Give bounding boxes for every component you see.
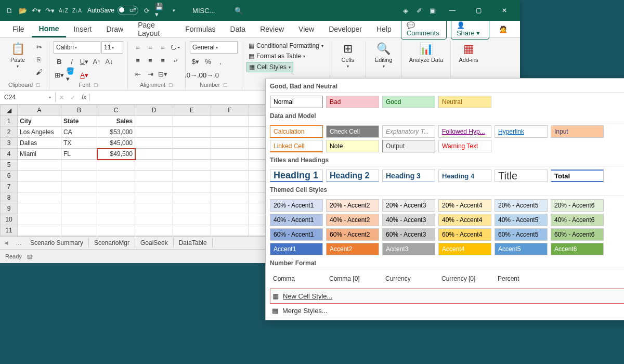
percent-icon[interactable]: % bbox=[202, 56, 214, 67]
tab-home[interactable]: Home bbox=[32, 21, 67, 37]
cell[interactable] bbox=[211, 116, 249, 127]
row-header-2[interactable]: 2 bbox=[1, 127, 18, 138]
tab-formulas[interactable]: Formulas bbox=[178, 22, 223, 36]
sheet-tab[interactable]: GoalSeek bbox=[135, 238, 174, 248]
cell-style-option[interactable]: Output bbox=[382, 140, 435, 152]
sort-za-icon[interactable]: Z↓A bbox=[72, 5, 82, 16]
cell-style-option[interactable]: 60% - Accent5 bbox=[495, 228, 548, 241]
cell[interactable]: $53,000 bbox=[97, 127, 135, 138]
row-header-8[interactable]: 8 bbox=[1, 192, 18, 203]
decrease-decimal-icon[interactable]: .00→.0 bbox=[202, 69, 214, 81]
cell[interactable] bbox=[211, 160, 249, 171]
number-dialog-icon[interactable]: ▢ bbox=[223, 82, 228, 87]
save-icon[interactable]: 💾▾ bbox=[155, 5, 165, 16]
cell-style-option[interactable]: Heading 3 bbox=[382, 170, 435, 182]
row-header-1[interactable]: 1 bbox=[1, 116, 18, 127]
row-header-9[interactable]: 9 bbox=[1, 203, 18, 214]
cell[interactable] bbox=[97, 160, 135, 171]
sheet-tab[interactable]: ScenarioMgr bbox=[89, 238, 135, 248]
cell-style-option[interactable]: Accent4 bbox=[438, 243, 491, 255]
cell[interactable]: Los Angeles bbox=[18, 127, 61, 138]
fx-button[interactable]: fx bbox=[79, 94, 90, 101]
cancel-formula-icon[interactable]: ✕ bbox=[56, 92, 67, 103]
cell-style-option[interactable]: 20% - Accent2 bbox=[326, 199, 379, 212]
cell[interactable] bbox=[61, 171, 97, 181]
shrink-font-icon[interactable]: A↓ bbox=[103, 56, 115, 67]
cell-style-option[interactable]: 20% - Accent4 bbox=[438, 199, 491, 212]
cell[interactable] bbox=[211, 203, 249, 214]
analyze-data-button[interactable]: 📊Analyze Data bbox=[406, 41, 446, 64]
cell[interactable] bbox=[211, 225, 249, 236]
cell[interactable]: City bbox=[18, 116, 61, 127]
cell-style-option[interactable]: 20% - Accent1 bbox=[270, 199, 323, 212]
open-file-icon[interactable]: 📂 bbox=[18, 5, 28, 16]
cell[interactable]: Miami bbox=[18, 149, 61, 160]
orientation-icon[interactable]: ⭮▾ bbox=[170, 41, 181, 53]
cell[interactable]: $45,000 bbox=[97, 138, 135, 149]
cell-style-option[interactable]: 40% - Accent4 bbox=[438, 214, 491, 226]
cell[interactable] bbox=[211, 214, 249, 225]
cell-style-option[interactable]: Input bbox=[551, 125, 604, 138]
cell[interactable]: CA bbox=[61, 127, 97, 138]
ribbon-mode-icon[interactable]: ▣ bbox=[427, 5, 438, 16]
refresh-icon[interactable]: ⟳ bbox=[141, 5, 152, 16]
new-file-icon[interactable]: 🗋 bbox=[4, 5, 15, 16]
cell[interactable] bbox=[211, 138, 249, 149]
sheet-tab[interactable]: DataTable bbox=[174, 238, 213, 248]
align-center-icon[interactable]: ≡ bbox=[145, 55, 156, 66]
cell-style-option[interactable]: Accent1 bbox=[270, 243, 323, 255]
cell[interactable] bbox=[173, 203, 211, 214]
cell[interactable] bbox=[97, 171, 135, 181]
cell-style-option[interactable]: Accent3 bbox=[382, 243, 435, 255]
undo-icon[interactable]: ↶▾ bbox=[31, 5, 42, 16]
cell[interactable] bbox=[135, 225, 173, 236]
cell-style-option[interactable]: Neutral bbox=[438, 96, 491, 108]
grow-font-icon[interactable]: A↑ bbox=[91, 56, 102, 67]
font-dialog-icon[interactable]: ▢ bbox=[94, 82, 98, 87]
cell-style-option[interactable]: Heading 4 bbox=[438, 170, 491, 182]
share-button[interactable]: 👤 Share ▾ bbox=[451, 19, 489, 40]
bold-button[interactable]: B bbox=[54, 56, 65, 67]
align-bottom-icon[interactable]: ≡ bbox=[157, 41, 168, 53]
italic-button[interactable]: I bbox=[66, 56, 77, 67]
cell-style-option[interactable]: 60% - Accent3 bbox=[382, 228, 435, 241]
cell-style-option[interactable]: 60% - Accent4 bbox=[438, 228, 491, 241]
cell-style-option[interactable]: 40% - Accent1 bbox=[270, 214, 323, 226]
row-header-4[interactable]: 4 bbox=[1, 149, 18, 160]
cell-style-option[interactable]: Title bbox=[495, 170, 548, 182]
align-middle-icon[interactable]: ≡ bbox=[145, 41, 156, 53]
cell[interactable] bbox=[97, 181, 135, 192]
cell-style-option[interactable]: 60% - Accent1 bbox=[270, 228, 323, 241]
maximize-button[interactable]: ▢ bbox=[467, 0, 490, 21]
cell[interactable] bbox=[18, 214, 61, 225]
wrap-text-icon[interactable]: ⤶ bbox=[170, 55, 181, 66]
cell[interactable] bbox=[211, 149, 249, 160]
cell-style-option[interactable]: Followed Hyp... bbox=[438, 125, 491, 138]
cell[interactable] bbox=[135, 116, 173, 127]
cell[interactable] bbox=[61, 203, 97, 214]
cell[interactable] bbox=[18, 225, 61, 236]
cell[interactable] bbox=[61, 181, 97, 192]
tab-data[interactable]: Data bbox=[223, 22, 253, 36]
align-left-icon[interactable]: ≡ bbox=[132, 55, 144, 66]
cut-icon[interactable]: ✂ bbox=[33, 41, 45, 53]
cell[interactable] bbox=[173, 214, 211, 225]
cell-style-option[interactable]: Accent6 bbox=[551, 243, 604, 255]
row-header-10[interactable]: 10 bbox=[1, 214, 18, 225]
border-icon[interactable]: ⊞▾ bbox=[54, 69, 65, 81]
cell[interactable] bbox=[135, 171, 173, 181]
cell[interactable] bbox=[211, 171, 249, 181]
cell[interactable] bbox=[18, 171, 61, 181]
more-qat-icon[interactable]: ▾ bbox=[168, 5, 179, 16]
cell-style-option[interactable]: Accent5 bbox=[495, 243, 548, 255]
diamond-icon[interactable]: ◈ bbox=[400, 5, 411, 16]
cell-style-option[interactable]: Accent2 bbox=[326, 243, 379, 255]
row-header-3[interactable]: 3 bbox=[1, 138, 18, 149]
cell[interactable] bbox=[173, 192, 211, 203]
fill-color-icon[interactable]: 🪣▾ bbox=[66, 69, 77, 81]
cell[interactable] bbox=[61, 160, 97, 171]
accounting-icon[interactable]: $▾ bbox=[190, 56, 201, 67]
row-header-7[interactable]: 7 bbox=[1, 181, 18, 192]
tab-draw[interactable]: Draw bbox=[99, 22, 131, 36]
paste-button[interactable]: 📋Paste▾ bbox=[4, 41, 31, 70]
